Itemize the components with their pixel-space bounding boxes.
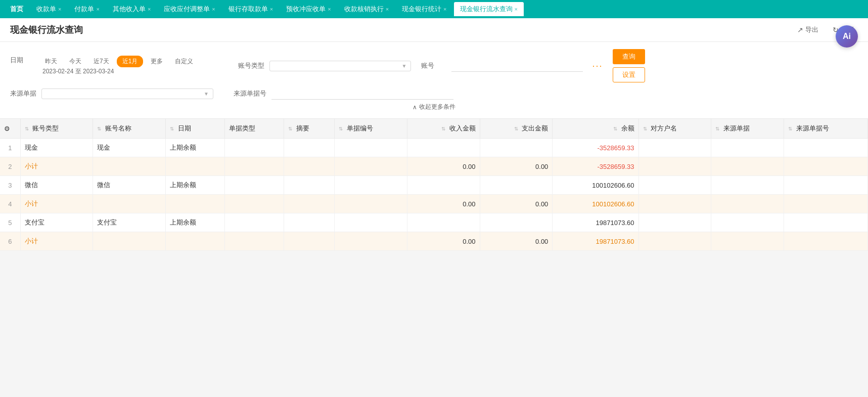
cell-account-name xyxy=(93,195,166,213)
table-container: ⚙ ⇅ 账号类型 ⇅ 账号名称 ⇅ 日期 单据类型 ⇅ xyxy=(0,119,868,251)
col-date: ⇅ 日期 xyxy=(166,119,225,139)
nav-item-stats[interactable]: 现金银行统计 × xyxy=(396,2,452,16)
cell-doc-no xyxy=(335,157,407,176)
date-range-display: 2023-02-24 至 2023-03-24 xyxy=(42,67,198,76)
row-num: 5 xyxy=(0,213,20,232)
sort-arrows-icon-4[interactable]: ⇅ xyxy=(288,126,292,131)
nav-writeoff-close[interactable]: × xyxy=(386,6,389,12)
cell-income xyxy=(407,139,480,157)
collapse-label: 收起更多条件 xyxy=(419,103,455,111)
nav-payment-label: 付款单 xyxy=(74,5,94,14)
table-row[interactable]: 3 微信 微信 上期余额 100102606.60 xyxy=(0,176,868,195)
export-icon: ↗ xyxy=(797,26,803,34)
table-row[interactable]: 5 支付宝 支付宝 上期余额 19871073.60 xyxy=(0,213,868,232)
cell-source-doc-no xyxy=(784,176,868,195)
date-btn-1month[interactable]: 近1月 xyxy=(117,56,144,67)
cell-income: 0.00 xyxy=(407,232,480,251)
settings-button[interactable]: 设置 xyxy=(613,67,645,82)
col-date-label: 日期 xyxy=(178,124,191,132)
table-row[interactable]: 2 小计 0.00 0.00 -3528659.33 xyxy=(0,157,868,176)
nav-item-payment[interactable]: 付款单 × xyxy=(68,2,105,16)
nav-other-income-close[interactable]: × xyxy=(148,6,151,12)
ai-assistant-button[interactable]: Ai xyxy=(836,25,858,48)
cell-account-type: 小计 xyxy=(20,195,93,213)
nav-receipt-close[interactable]: × xyxy=(58,6,61,12)
cell-balance: 19871073.60 xyxy=(553,213,638,232)
cell-summary xyxy=(284,195,335,213)
row-num: 6 xyxy=(0,232,20,251)
sort-arrows-icon-10[interactable]: ⇅ xyxy=(715,126,719,131)
table-row[interactable]: 6 小计 0.00 0.00 19871073.60 xyxy=(0,232,868,251)
nav-item-writeoff[interactable]: 收款核销执行 × xyxy=(338,2,395,16)
date-btn-yesterday[interactable]: 昨天 xyxy=(40,56,62,67)
nav-advance-label: 预收冲应收单 xyxy=(286,5,326,14)
nav-stats-close[interactable]: × xyxy=(443,6,446,12)
source-doc-group: 来源单据 ▼ xyxy=(10,89,213,99)
table-row[interactable]: 1 现金 现金 上期余额 -3528659.33 xyxy=(0,139,868,157)
sort-arrows-icon-7[interactable]: ⇅ xyxy=(514,126,518,131)
table-row[interactable]: 4 小计 0.00 0.00 100102606.60 xyxy=(0,195,868,213)
cell-summary xyxy=(284,176,335,195)
table-body: 1 现金 现金 上期余额 -3528659.33 2 小计 0.00 0.00 … xyxy=(0,139,868,251)
source-doc-num-group: 来源单据号 xyxy=(234,87,453,100)
sort-arrows-icon-6[interactable]: ⇅ xyxy=(441,126,445,131)
date-btn-7days[interactable]: 近7天 xyxy=(89,56,114,67)
nav-home[interactable]: 首页 xyxy=(4,2,29,16)
cell-date xyxy=(166,157,225,176)
date-btn-more[interactable]: 更多 xyxy=(146,56,167,67)
nav-adjustment-close[interactable]: × xyxy=(212,6,215,12)
cell-source-doc-no xyxy=(784,213,868,232)
export-label: 导出 xyxy=(805,25,818,34)
sort-arrows-icon-9[interactable]: ⇅ xyxy=(643,126,647,131)
nav-item-adjustment[interactable]: 应收应付调整单 × xyxy=(158,2,221,16)
sort-arrows-icon-3[interactable]: ⇅ xyxy=(170,126,174,131)
cell-balance: 100102606.60 xyxy=(553,195,638,213)
account-input[interactable] xyxy=(451,60,583,72)
nav-item-receipt[interactable]: 收款单 × xyxy=(30,2,67,16)
nav-item-cashflow[interactable]: 现金银行流水查询 × xyxy=(454,2,524,16)
cell-income xyxy=(407,176,480,195)
cell-counterparty xyxy=(638,139,711,157)
cell-doc-type xyxy=(225,232,284,251)
cell-expense xyxy=(480,176,553,195)
sort-arrows-icon-8[interactable]: ⇅ xyxy=(613,126,617,131)
nav-item-bank-deposit[interactable]: 银行存取款单 × xyxy=(222,2,279,16)
account-type-select[interactable]: ▼ xyxy=(269,61,411,71)
source-doc-num-input[interactable] xyxy=(271,87,453,100)
gear-icon[interactable]: ⚙ xyxy=(4,125,10,133)
cell-doc-type xyxy=(225,139,284,157)
cell-income: 0.00 xyxy=(407,157,480,176)
sort-arrows-icon[interactable]: ⇅ xyxy=(25,126,29,131)
col-account-name-label: 账号名称 xyxy=(105,124,131,132)
nav-bank-deposit-close[interactable]: × xyxy=(270,6,273,12)
nav-cashflow-label: 现金银行流水查询 xyxy=(460,5,513,14)
sort-arrows-icon-5[interactable]: ⇅ xyxy=(339,126,343,131)
source-doc-label: 来源单据 xyxy=(10,89,36,98)
sort-arrows-icon-2[interactable]: ⇅ xyxy=(97,126,101,131)
cell-account-type: 小计 xyxy=(20,157,93,176)
export-button[interactable]: ↗ 导出 xyxy=(793,23,823,36)
account-dots-icon[interactable]: ··· xyxy=(592,61,603,71)
date-btn-today[interactable]: 今天 xyxy=(65,56,86,67)
nav-item-other-income[interactable]: 其他收入单 × xyxy=(107,2,157,16)
nav-advance-close[interactable]: × xyxy=(328,6,331,12)
col-account-type-label: 账号类型 xyxy=(32,124,59,132)
cell-counterparty xyxy=(638,213,711,232)
query-button[interactable]: 查询 xyxy=(613,49,645,64)
col-doc-type: 单据类型 xyxy=(225,119,284,139)
account-filter-group: 账号 ··· xyxy=(421,60,603,72)
nav-payment-close[interactable]: × xyxy=(96,6,99,12)
nav-item-advance[interactable]: 预收冲应收单 × xyxy=(280,2,337,16)
collapse-bar[interactable]: ∧ 收起更多条件 xyxy=(10,100,858,111)
account-type-filter-group: 账号类型 ▼ xyxy=(238,61,411,71)
cell-doc-type xyxy=(225,195,284,213)
source-doc-chevron-icon: ▼ xyxy=(204,91,209,97)
cell-date xyxy=(166,195,225,213)
source-doc-select[interactable]: ▼ xyxy=(41,89,213,99)
table-header: ⚙ ⇅ 账号类型 ⇅ 账号名称 ⇅ 日期 单据类型 ⇅ xyxy=(0,119,868,139)
sort-arrows-icon-11[interactable]: ⇅ xyxy=(788,126,792,131)
cell-doc-type xyxy=(225,176,284,195)
date-btn-custom[interactable]: 自定义 xyxy=(170,56,198,67)
nav-cashflow-close[interactable]: × xyxy=(515,6,518,12)
cell-balance: -3528659.33 xyxy=(553,139,638,157)
